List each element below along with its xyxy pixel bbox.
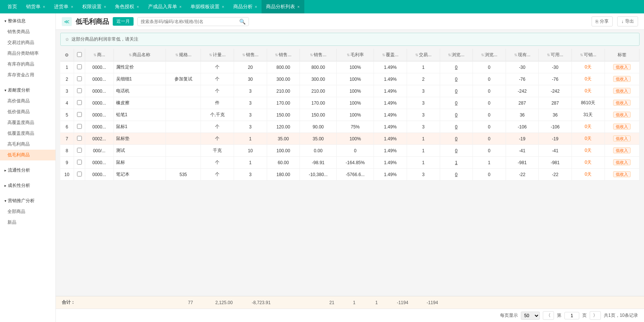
nav-template-close[interactable]: ×	[222, 4, 224, 9]
sidebar-section-tolerance[interactable]: ▾ 差耐度分析	[0, 85, 55, 96]
sidebar-item-category-rate[interactable]: 商品分类助销率	[0, 48, 55, 59]
row-views2: 0	[473, 121, 506, 133]
export-button[interactable]: ↓ 导出	[617, 16, 638, 26]
row-checkbox[interactable]	[74, 109, 85, 121]
sidebar-item-low-margin[interactable]: 低毛利商品	[0, 150, 55, 160]
row-views1[interactable]: 0	[440, 73, 473, 85]
nav-role[interactable]: 角色授权 ×	[110, 0, 143, 13]
row-available: -19	[539, 133, 572, 145]
row-select-checkbox[interactable]	[77, 124, 82, 129]
row-views1[interactable]: 0	[440, 121, 473, 133]
nav-permission-close[interactable]: ×	[104, 4, 106, 9]
row-select-checkbox[interactable]	[77, 76, 82, 81]
prev-page-button[interactable]: 〈	[543, 311, 554, 320]
row-available: -981	[539, 157, 572, 169]
row-checkbox[interactable]	[74, 145, 85, 157]
row-views1[interactable]: 1	[440, 157, 473, 169]
row-code: 0000...	[85, 73, 113, 85]
row-no: 2	[60, 73, 74, 85]
nav-home[interactable]: 首页	[3, 0, 22, 13]
row-checkbox[interactable]	[74, 169, 85, 181]
select-all-checkbox[interactable]	[77, 52, 82, 57]
nav-sales[interactable]: 销货单 ×	[22, 0, 49, 13]
sidebar-section-liquidity[interactable]: ▸ 流通性分析	[0, 165, 55, 176]
row-select-checkbox[interactable]	[77, 148, 82, 153]
sidebar-item-low-value[interactable]: 低价值商品	[0, 106, 55, 117]
row-gross-margin: 75%	[337, 121, 374, 133]
nav-product-analysis-close[interactable]: ×	[255, 4, 257, 9]
row-views1[interactable]: 0	[440, 169, 473, 181]
nav-permission[interactable]: 权限设置 ×	[78, 0, 110, 13]
col-settings[interactable]: ⚙	[60, 49, 74, 61]
nav-analysis-list-close[interactable]: ×	[297, 4, 299, 9]
nav-analysis-list[interactable]: 商品分析列表 ×	[262, 0, 304, 13]
row-unit: 个	[201, 157, 234, 169]
sidebar-item-stocked-products[interactable]: 有库存的商品	[0, 59, 55, 70]
date-filter-button[interactable]: 近一月	[113, 17, 134, 26]
nav-purchase-close[interactable]: ×	[71, 4, 73, 9]
sidebar-item-sales-products[interactable]: 销售类商品	[0, 26, 55, 37]
row-checkbox[interactable]	[74, 61, 85, 73]
row-select-checkbox[interactable]	[77, 100, 82, 105]
search-icon[interactable]: 🔍	[239, 19, 246, 25]
collapse-sidebar-button[interactable]: ≪	[62, 17, 72, 26]
row-checkbox[interactable]	[74, 157, 85, 169]
sidebar-item-high-value[interactable]: 高价值商品	[0, 96, 55, 106]
next-page-button[interactable]: 〉	[590, 311, 601, 320]
nav-sales-close[interactable]: ×	[43, 4, 45, 9]
nav-purchase[interactable]: 进货单 ×	[49, 0, 77, 13]
row-sales-amount: 180.00	[267, 169, 300, 181]
row-select-checkbox[interactable]	[77, 160, 82, 165]
row-checkbox[interactable]	[74, 97, 85, 109]
row-views1[interactable]: 0	[440, 97, 473, 109]
row-gross-margin: -5766.6...	[337, 169, 374, 181]
row-views2: 0	[473, 169, 506, 181]
sidebar-item-low-coverage[interactable]: 低覆盖度商品	[0, 128, 55, 139]
table-row: 1 0000... 属性定价 个 20 800.00 800.00 100% 1…	[60, 61, 640, 73]
nav-product-in-close[interactable]: ×	[179, 4, 182, 9]
row-checkbox[interactable]	[74, 121, 85, 133]
row-views1[interactable]: 0	[440, 109, 473, 121]
row-code: 0000...	[85, 157, 113, 169]
row-current: -19	[506, 133, 539, 145]
sidebar-item-new-products[interactable]: 新品	[0, 217, 55, 228]
row-checkbox[interactable]	[74, 133, 85, 145]
page-input[interactable]	[564, 312, 579, 319]
col-code: ⇅商...	[85, 49, 113, 61]
sidebar-item-high-coverage[interactable]: 高覆盖度商品	[0, 117, 55, 128]
row-code: 0002...	[85, 133, 113, 145]
nav-template[interactable]: 单据模板设置 ×	[186, 0, 228, 13]
sidebar-item-traded-products[interactable]: 交易过的商品	[0, 37, 55, 48]
arrow-icon-2: ▾	[4, 88, 6, 92]
row-coverage: 1.49%	[374, 157, 407, 169]
row-saleable: 8610天	[571, 97, 605, 109]
row-checkbox[interactable]	[74, 85, 85, 97]
nav-role-close[interactable]: ×	[137, 4, 139, 9]
row-checkbox[interactable]	[74, 73, 85, 85]
row-views1[interactable]: 0	[440, 133, 473, 145]
row-select-checkbox[interactable]	[77, 88, 82, 93]
sidebar-item-all-products[interactable]: 全部商品	[0, 206, 55, 217]
nav-product-in[interactable]: 产成品入库单 ×	[144, 0, 186, 13]
row-select-checkbox[interactable]	[77, 64, 82, 69]
row-views1[interactable]: 0	[440, 145, 473, 157]
row-select-checkbox[interactable]	[77, 136, 82, 141]
search-input[interactable]	[141, 19, 239, 24]
row-views1[interactable]: 0	[440, 85, 473, 97]
row-select-checkbox[interactable]	[77, 112, 82, 117]
row-views2: 0	[473, 109, 506, 121]
per-page-select[interactable]: 50 100 200	[521, 312, 540, 320]
row-views1[interactable]: 0	[440, 61, 473, 73]
row-sales-profit: 800.00	[300, 61, 337, 73]
sidebar-item-high-margin[interactable]: 高毛利商品	[0, 139, 55, 150]
row-name: 测试	[113, 145, 166, 157]
sidebar-item-stock-capital[interactable]: 库存资金占用	[0, 70, 55, 80]
sidebar-section-growth[interactable]: ▸ 成长性分析	[0, 180, 55, 191]
table-row: 8 000/... 测试 千克 10 100.00 0.00 0 1.49% 1…	[60, 145, 640, 157]
col-checkbox[interactable]	[74, 49, 85, 61]
share-button[interactable]: ⎘ 分享	[592, 16, 613, 26]
sidebar-section-overall[interactable]: ▾ 整体信息	[0, 16, 55, 26]
nav-product-analysis[interactable]: 商品分析 ×	[229, 0, 262, 13]
row-select-checkbox[interactable]	[77, 172, 82, 176]
sidebar-section-marketing[interactable]: ▾ 营销推广分析	[0, 195, 55, 206]
